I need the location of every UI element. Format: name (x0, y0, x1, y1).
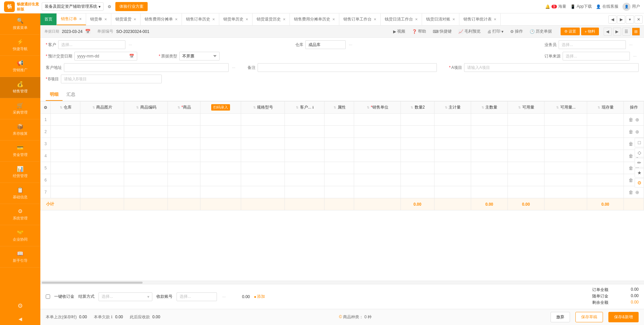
tab-sales-refund-close[interactable]: ✕ (134, 17, 136, 21)
app-download-btn[interactable]: 📱 App下载 (570, 4, 592, 9)
operations-btn[interactable]: ⚙ 操作 (508, 28, 525, 35)
invoice-type-select[interactable]: 不开票 (179, 52, 220, 60)
view-btn[interactable]: ▶ 视频 (391, 28, 407, 35)
b-project-input[interactable]: 请输入B项目 (61, 75, 162, 83)
sidebar-item-enterprise[interactable]: 🤝 企业协同 (0, 225, 40, 246)
user-menu[interactable]: 👤 用户 (622, 3, 640, 11)
delete-row-icon[interactable]: 🗑 (629, 177, 633, 183)
sidebar-item-marketing[interactable]: 📢 营销推广 (0, 56, 40, 77)
customer-address-input[interactable] (64, 63, 229, 72)
detail-tab-summary[interactable]: 汇总 (63, 89, 79, 101)
tab-cash-reconcile[interactable]: 钱货日清对账 ✕ (422, 13, 459, 25)
delivery-date-input[interactable]: 📅 (74, 52, 137, 60)
nav-prev-btn[interactable]: ◀ (604, 28, 612, 36)
salesperson-more-icon[interactable]: ··· (629, 42, 633, 47)
customer-more-icon[interactable]: ··· (129, 42, 132, 47)
tab-next-btn[interactable]: ▶ (617, 15, 625, 24)
sidebar-item-sales[interactable]: 💰 销售管理 (0, 77, 40, 98)
tab-fee-split-history[interactable]: 销售费用分摊单历史 ✕ (290, 13, 339, 25)
sidebar-item-purchase[interactable]: 🛒 采购管理 (0, 98, 40, 119)
profit-preview-btn[interactable]: 📈 毛利预览 (456, 28, 483, 35)
order-source-input[interactable]: 选择... (563, 52, 630, 60)
tab-sales-return-close[interactable]: ✕ (104, 17, 107, 21)
delete-row-icon[interactable]: 🗑 (629, 165, 633, 171)
remarks-input[interactable] (258, 63, 437, 72)
tab-cash-clear-close[interactable]: ✕ (415, 17, 418, 21)
tab-prev-btn[interactable]: ◀ (608, 15, 616, 24)
sidebar-collapse-btn[interactable]: ◀ (0, 313, 40, 325)
right-float-icon-3[interactable]: ✏ (635, 158, 644, 167)
right-float-icon-5[interactable]: ⚙ (635, 178, 644, 188)
tab-cash-reconcile-close[interactable]: ✕ (452, 17, 455, 21)
calendar-icon[interactable]: 📅 (85, 29, 90, 34)
tab-sales-refund[interactable]: 销货退货 ✕ (111, 13, 141, 25)
sidebar-item-basic-info[interactable]: 📋 基础信息 (0, 183, 40, 204)
industry-btn[interactable]: 体验行业方案 (115, 2, 148, 11)
salesperson-input[interactable]: 选择... (559, 40, 626, 49)
sidebar-item-operations[interactable]: 📊 经营管理 (0, 162, 40, 183)
tab-close-all-btn[interactable]: ✕ (635, 15, 643, 24)
tab-sales-fee-split[interactable]: 销售费用分摊单 ✕ (141, 13, 182, 25)
tab-fee-split-close[interactable]: ✕ (175, 17, 178, 21)
sidebar-item-capital[interactable]: 💳 资金管理 (0, 140, 40, 162)
save-new-btn[interactable]: 保存&新增 (608, 312, 639, 322)
system-selector[interactable]: 装备及固定资产辅助管理系统 ▾ (42, 2, 104, 11)
scroll-thumb[interactable] (42, 282, 143, 284)
list-view-btn[interactable]: ☰ (622, 28, 631, 36)
delete-row-icon[interactable]: 🗑 (629, 117, 633, 122)
one-click-checkout-checkbox[interactable] (46, 294, 50, 299)
delete-row-icon[interactable]: 🗑 (629, 190, 633, 195)
order-source-more-icon[interactable]: ··· (633, 54, 637, 58)
warehouse-more-icon[interactable]: ··· (349, 42, 352, 47)
print-btn[interactable]: 🖨 打印 ▾ (485, 28, 505, 35)
collection-more-icon[interactable]: ··· (222, 294, 226, 299)
history-btn[interactable]: 🕐 历史单据 (528, 28, 554, 35)
copy-row-icon[interactable]: ⊕ (635, 129, 639, 134)
warehouse-input[interactable]: 成品库 (305, 40, 346, 49)
settings-icon-btn[interactable]: ⚙ (106, 3, 113, 10)
sidebar-item-quick-nav[interactable]: ⚡ 快捷导航 (0, 35, 40, 56)
tab-sales-return[interactable]: 销货单 ✕ (86, 13, 111, 25)
sidebar-item-system[interactable]: ⚙ 系统管理 (0, 204, 40, 225)
payment-method-input[interactable]: 选择... ▾ (99, 292, 152, 301)
right-float-icon-1[interactable]: □ (635, 138, 644, 147)
shortcut-btn[interactable]: ⌨ 快捷键 (431, 28, 454, 35)
tab-order-workbench-close[interactable]: ✕ (374, 17, 376, 21)
add-payment-btn[interactable]: ● 添加 (254, 294, 265, 299)
tab-menu-btn[interactable]: ▾ (626, 15, 634, 24)
tab-sales-history[interactable]: 销售订单历史 ✕ (182, 13, 219, 25)
sidebar-settings-btn[interactable]: ⚙ (0, 299, 40, 313)
tab-home[interactable]: 首页 (40, 13, 57, 25)
discard-btn[interactable]: 放弃 (551, 312, 570, 322)
tab-refund-history-close[interactable]: ✕ (283, 17, 286, 21)
nav-next-btn[interactable]: ▶ (613, 28, 621, 36)
a-project-input[interactable]: 请输入A项目 (464, 63, 639, 72)
notifications-btn[interactable]: 🔔 9 海量 (545, 4, 566, 9)
help-btn[interactable]: ❓ 帮助 (410, 28, 428, 35)
customer-input[interactable]: 选择... (58, 40, 125, 49)
sidebar-item-guide[interactable]: 📖 新手引导 (0, 246, 40, 268)
scan-input-btn[interactable]: 扫码录入 (211, 104, 230, 111)
settings-panel-btn[interactable]: ⚙ 设置 (561, 28, 580, 35)
online-support-btn[interactable]: 👤 在线客服 (596, 4, 618, 9)
tab-cash-daily-clear[interactable]: 钱货日清工作台 ✕ (381, 13, 422, 25)
collection-account-input[interactable]: 选择... (177, 292, 217, 301)
address-more-icon[interactable]: ··· (232, 65, 235, 70)
detail-tab-detail[interactable]: 明细 (46, 89, 63, 101)
tab-return-history-close[interactable]: ✕ (245, 17, 248, 21)
save-draft-btn[interactable]: 保存草稿 (575, 312, 603, 322)
delivery-date-text[interactable] (77, 54, 128, 58)
tab-sales-stats-close[interactable]: ✕ (494, 17, 496, 21)
tab-sales-refund-history[interactable]: 销货退货历史 ✕ (253, 13, 290, 25)
grid-view-btn[interactable]: ⊞ (632, 28, 640, 36)
tab-sales-order-close[interactable]: ✕ (79, 17, 82, 21)
copy-row-icon[interactable]: ⊕ (635, 190, 639, 195)
tab-sales-history-close[interactable]: ✕ (212, 17, 215, 21)
delete-row-icon[interactable]: 🗑 (629, 141, 633, 147)
sidebar-item-inventory[interactable]: 📦 库存核算 (0, 119, 40, 140)
right-float-icon-2[interactable]: ◇ (635, 148, 644, 157)
delete-row-icon[interactable]: 🗑 (629, 153, 633, 159)
tab-sales-return-history[interactable]: 销货单历史 ✕ (219, 13, 253, 25)
copy-row-icon[interactable]: ⊕ (635, 117, 639, 122)
tab-sales-stats[interactable]: 销售订单统计表 ✕ (459, 13, 501, 25)
